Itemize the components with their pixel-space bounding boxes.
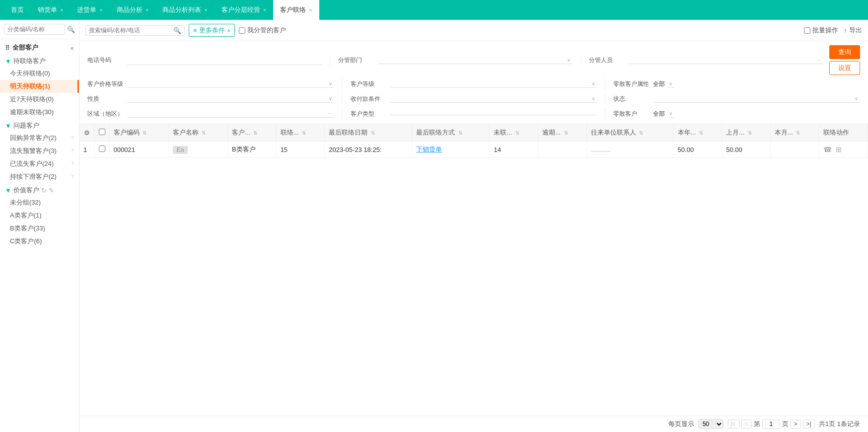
filter-phone-input[interactable] — [127, 56, 322, 65]
filter-status-label: 状态 — [613, 95, 653, 103]
sidebar-search-icon[interactable]: 🔍 — [67, 26, 75, 33]
filter-price-level-select[interactable]: ∨ — [127, 80, 334, 88]
sort-overdue-icon[interactable]: ⇅ — [564, 130, 568, 136]
sidebar-item-overdue-contact[interactable]: 逾期未联络(30) — [0, 106, 79, 119]
sidebar-item-declining[interactable]: 持续下滑客户(2) ? — [0, 170, 79, 183]
per-page-select[interactable]: 50 100 — [698, 419, 723, 429]
sort-contact-icon[interactable]: ⇅ — [302, 130, 306, 136]
nav-home[interactable]: 首页 — [4, 0, 31, 20]
filter-btn-group: 查询 设置 — [829, 45, 860, 75]
cell-type: B类客户 — [228, 142, 277, 158]
group-problem-customers: ▼ 问题客户 — [0, 119, 79, 132]
filter-phone-label: 电话号码 — [87, 56, 127, 65]
prev-page-button[interactable]: < — [741, 420, 752, 429]
close-customer-contact-icon[interactable]: × — [309, 7, 312, 13]
filter-retail-attr: 零散客户属性 全部 ∨ — [613, 80, 860, 88]
action-more-icon[interactable]: ⊞ — [836, 145, 842, 153]
my-customers-checkbox[interactable] — [239, 27, 245, 34]
sidebar-item-churn-warning[interactable]: 流失预警客户(3) ? — [0, 144, 79, 157]
nav-item-customer-tier[interactable]: 客户分层经营 × — [215, 0, 273, 20]
filter-customer-level-select[interactable]: ∨ — [390, 80, 597, 88]
sidebar-search-area: 🔍 — [0, 20, 79, 39]
cell-overdue — [538, 142, 587, 158]
sort-last-method-icon[interactable]: ⇅ — [458, 130, 462, 136]
col-last-month: 上月... ⇅ — [722, 124, 771, 142]
filter-row-4: 区域（地区） ··· 客户类型 零散客户 全部 ∨ — [87, 108, 860, 120]
filter-person: 分管人员 ··· — [589, 56, 823, 65]
filter-dept-select[interactable]: ∨ — [378, 56, 573, 64]
nav-item-purchase[interactable]: 进货单 × — [70, 0, 109, 20]
sidebar-item-churned[interactable]: 已流失客户(24) ? — [0, 157, 79, 170]
sidebar-item-abnormal-repurchase[interactable]: 回购异常客户(2) ? — [0, 132, 79, 144]
filter-retail-customer-label: 零散客户 — [613, 110, 653, 118]
next-page-button[interactable]: > — [791, 420, 801, 429]
nav-item-customer-contact[interactable]: 客户联络 × — [273, 0, 319, 20]
sidebar-item-type-c[interactable]: C类客户(6) — [0, 235, 79, 248]
search-button-icon[interactable]: 🔍 — [173, 27, 181, 34]
first-page-button[interactable]: |< — [727, 420, 739, 429]
filter-region-select[interactable]: ··· — [127, 110, 334, 118]
group-value-customers: ▼ 价值客户 ↻ ✎ — [0, 183, 79, 196]
filter-status-select[interactable]: ∨ — [653, 95, 860, 103]
sort-not-contacted-icon[interactable]: ⇅ — [515, 130, 519, 136]
refresh-icon[interactable]: ↻ — [41, 187, 47, 194]
close-analysis-icon[interactable]: × — [145, 7, 148, 13]
sidebar-collapse-icon[interactable]: « — [71, 44, 74, 52]
last-method-link[interactable]: 下销货单 — [416, 145, 442, 153]
filter-nature-label: 性质 — [87, 95, 127, 103]
filter-nature-select[interactable]: ∨ — [127, 95, 334, 103]
nav-item-analysis-list[interactable]: 商品分析列表 × — [155, 0, 214, 20]
filter-retail-attr-select[interactable]: ∨ — [667, 80, 674, 88]
sort-last-month-icon[interactable]: ⇅ — [748, 130, 752, 136]
sidebar-search-input[interactable] — [4, 24, 65, 35]
sort-code-icon[interactable]: ⇅ — [143, 130, 146, 136]
cell-contacts — [586, 142, 673, 158]
close-sales-icon[interactable]: × — [60, 7, 63, 13]
filter-payment-terms-label: 收付款条件 — [351, 95, 390, 103]
sidebar-item-7day-contact[interactable]: 近7天待联络(0) — [0, 93, 79, 106]
nav-item-sales[interactable]: 销货单 × — [31, 0, 70, 20]
query-button[interactable]: 查询 — [829, 45, 860, 59]
close-purchase-icon[interactable]: × — [99, 7, 102, 13]
sort-last-date-icon[interactable]: ⇅ — [371, 130, 375, 136]
last-page-button[interactable]: >| — [803, 420, 815, 429]
filter-person-select[interactable]: ··· — [629, 56, 823, 64]
edit-icon[interactable]: ✎ — [49, 187, 54, 194]
batch-checkbox[interactable] — [804, 27, 810, 34]
sidebar: 🔍 ⠿ 全部客户 « ▼ 待联络客户 今天待联络(0) 明天待联络(1) 近7天… — [0, 20, 79, 432]
more-filter-button[interactable]: ≡ 更多条件 ∧ — [189, 24, 235, 37]
export-button[interactable]: ↑ 导出 — [844, 26, 863, 35]
search-input[interactable] — [89, 27, 173, 34]
nav-item-analysis[interactable]: 商品分析 × — [110, 0, 155, 20]
col-gear[interactable]: ⚙ — [79, 124, 94, 142]
action-phone-icon[interactable]: ☎ — [823, 145, 832, 153]
sort-name-icon[interactable]: ⇅ — [202, 130, 206, 136]
my-customers-filter: 我分管的客户 — [239, 26, 286, 35]
sidebar-item-type-a[interactable]: A类客户(1) — [0, 209, 79, 222]
filter-retail-customer-select[interactable]: ∨ — [667, 110, 674, 118]
row-checkbox[interactable] — [99, 145, 105, 152]
toolbar: 🔍 ≡ 更多条件 ∧ 我分管的客户 批量操作 ↑ 导出 — [79, 20, 868, 41]
sort-type-icon[interactable]: ⇅ — [253, 130, 257, 136]
sort-unit-contacts-icon[interactable]: ⇅ — [639, 130, 643, 136]
sidebar-item-type-b[interactable]: B类客户(33) — [0, 222, 79, 235]
cell-code: 000021 — [109, 142, 168, 158]
page-number-input[interactable] — [762, 420, 780, 429]
total-records-label: 共1页 1条记录 — [819, 420, 860, 429]
filter-dept: 分管部门 ∨ — [338, 56, 573, 65]
close-customer-tier-icon[interactable]: × — [263, 7, 266, 13]
setting-button[interactable]: 设置 — [829, 61, 860, 75]
filter-payment-terms-select[interactable]: ∨ — [390, 95, 597, 103]
sidebar-item-ungrouped[interactable]: 未分组(32) — [0, 196, 79, 209]
filter-payment-terms: 收付款条件 ∨ — [351, 95, 597, 103]
select-all-checkbox[interactable] — [99, 129, 105, 135]
cell-last-method: 下销货单 — [412, 142, 490, 158]
sort-this-year-icon[interactable]: ⇅ — [699, 130, 703, 136]
sidebar-item-today-contact[interactable]: 今天待联络(0) — [0, 67, 79, 80]
all-customers-header[interactable]: ⠿ 全部客户 « — [0, 39, 79, 54]
filter-customer-type-select[interactable] — [390, 113, 597, 115]
sort-this-month-icon[interactable]: ⇅ — [796, 130, 800, 136]
sidebar-item-tomorrow-contact[interactable]: 明天待联络(1) — [0, 80, 79, 93]
close-analysis-list-icon[interactable]: × — [204, 7, 207, 13]
batch-operation-button[interactable]: 批量操作 — [804, 26, 838, 35]
